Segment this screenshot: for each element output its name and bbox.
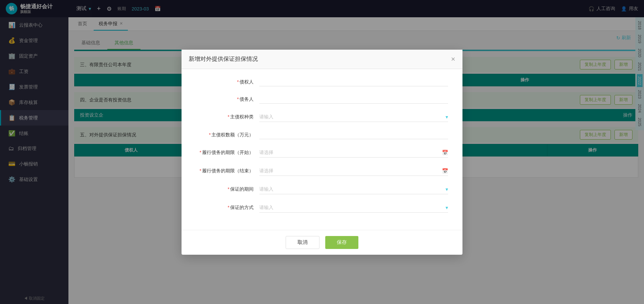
form-row-debt-amount: *主债权数额（万元） — [196, 131, 448, 139]
creditor-label: *债权人 — [196, 79, 254, 85]
guarantee-period-label: *保证的期间 — [196, 186, 254, 192]
period-start-picker[interactable]: 请选择 📅 — [259, 148, 448, 158]
period-start-placeholder: 请选择 — [259, 149, 273, 156]
debt-type-select[interactable]: 请输入 ▾ — [259, 112, 448, 122]
guarantee-method-placeholder: 请输入 — [259, 204, 273, 211]
form-row-debtor: *债务人 — [196, 95, 448, 104]
modal-overlay: 新增对外提供保证担保情况 × *债权人 *债务人 *主债权种类 — [0, 0, 644, 304]
guarantee-method-select[interactable]: 请输入 ▾ — [259, 203, 448, 213]
modal-title: 新增对外提供保证担保情况 — [189, 55, 258, 63]
form-row-guarantee-method: *保证的方式 请输入 ▾ — [196, 203, 448, 213]
guarantee-period-placeholder: 请输入 — [259, 186, 273, 192]
modal-header: 新增对外提供保证担保情况 × — [182, 50, 462, 69]
period-end-placeholder: 请选择 — [259, 168, 273, 174]
debtor-input[interactable] — [259, 95, 448, 104]
period-end-picker[interactable]: 请选择 📅 — [259, 166, 448, 176]
creditor-input[interactable] — [259, 78, 448, 86]
chevron-down-icon: ▾ — [446, 186, 448, 192]
form-row-guarantee-period: *保证的期间 请输入 ▾ — [196, 185, 448, 194]
period-end-label: *履行债务的期限（结束） — [196, 168, 254, 174]
chevron-down-icon: ▾ — [446, 114, 448, 120]
debt-amount-label: *主债权数额（万元） — [196, 132, 254, 138]
modal-close-btn[interactable]: × — [451, 55, 455, 63]
debt-type-placeholder: 请输入 — [259, 114, 273, 120]
guarantee-method-label: *保证的方式 — [196, 204, 254, 211]
chevron-down-icon: ▾ — [446, 205, 448, 210]
form-row-period-start: *履行债务的期限（开始） 请选择 📅 — [196, 148, 448, 158]
modal-add-guarantee: 新增对外提供保证担保情况 × *债权人 *债务人 *主债权种类 — [182, 50, 462, 255]
debtor-label: *债务人 — [196, 96, 254, 103]
form-row-debt-type: *主债权种类 请输入 ▾ — [196, 112, 448, 122]
save-button[interactable]: 保存 — [325, 236, 358, 249]
debt-type-label: *主债权种类 — [196, 114, 254, 120]
modal-body: *债权人 *债务人 *主债权种类 请输入 ▾ — [182, 69, 462, 230]
calendar-icon: 📅 — [442, 168, 448, 174]
form-row-creditor: *债权人 — [196, 78, 448, 86]
debt-amount-input[interactable] — [259, 131, 448, 139]
cancel-button[interactable]: 取消 — [286, 236, 319, 249]
form-row-period-end: *履行债务的期限（结束） 请选择 📅 — [196, 166, 448, 176]
modal-footer: 取消 保存 — [182, 230, 462, 255]
period-start-label: *履行债务的期限（开始） — [196, 149, 254, 156]
calendar-icon: 📅 — [442, 150, 448, 155]
guarantee-period-select[interactable]: 请输入 ▾ — [259, 185, 448, 194]
